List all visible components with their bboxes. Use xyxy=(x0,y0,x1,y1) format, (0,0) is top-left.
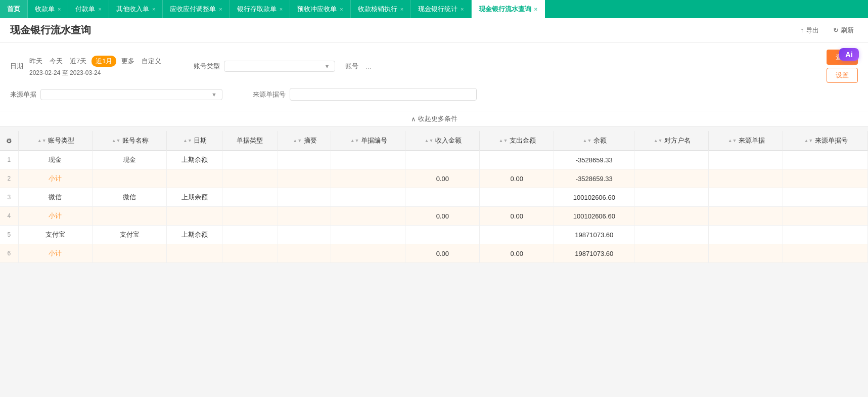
nav-tab-cash-bank-stats[interactable]: 现金银行统计 × xyxy=(411,0,471,18)
ai-label: Ai xyxy=(845,50,853,59)
nav-tab-receivable-adjust-close[interactable]: × xyxy=(219,6,222,12)
col-settings[interactable]: ⚙ xyxy=(0,131,18,151)
table-cell xyxy=(634,151,709,169)
date-opt-7days[interactable]: 近7天 xyxy=(68,56,88,67)
nav-tab-bank-deposit[interactable]: 银行存取款单 × xyxy=(230,0,290,18)
nav-tab-other-income-close[interactable]: × xyxy=(152,6,155,12)
refresh-button[interactable]: ↻ 刷新 xyxy=(829,24,858,37)
sort-icon-summary: ▲▼ xyxy=(293,139,302,143)
table-cell: 微信 xyxy=(93,188,167,207)
date-block: 昨天 今天 近7天 近1月 更多 自定义 2023-02-24 至 2023-0… xyxy=(27,56,163,77)
sort-icon-date: ▲▼ xyxy=(183,139,192,143)
col-date[interactable]: ▲▼ 日期 xyxy=(167,131,222,151)
table-cell xyxy=(222,207,278,226)
date-opt-yesterday[interactable]: 昨天 xyxy=(27,56,44,67)
table-cell xyxy=(405,226,480,244)
table-cell: 上期余额 xyxy=(167,151,222,169)
nav-tab-receipt-verify-label: 收款核销执行 xyxy=(358,5,397,14)
nav-tab-receivable-adjust-label: 应收应付调整单 xyxy=(170,5,216,14)
nav-tab-prepay-collect-close[interactable]: × xyxy=(340,6,343,12)
settings-button[interactable]: 设置 xyxy=(827,68,858,83)
col-source-doc-num[interactable]: ▲▼ 来源单据号 xyxy=(783,131,868,151)
ai-badge[interactable]: Ai xyxy=(839,48,859,61)
table-cell: 小计 xyxy=(18,169,93,188)
table-cell xyxy=(783,188,868,207)
account-more-button[interactable]: ... xyxy=(362,61,374,72)
col-doc-num[interactable]: ▲▼ 单据编号 xyxy=(331,131,405,151)
nav-tab-cash-bank-flow[interactable]: 现金银行流水查询 × xyxy=(472,0,545,18)
nav-tab-cash-bank-flow-close[interactable]: × xyxy=(534,6,537,12)
table-cell xyxy=(93,207,167,226)
nav-tab-receipt[interactable]: 收款单 × xyxy=(28,0,68,18)
date-opt-1month[interactable]: 近1月 xyxy=(92,56,116,67)
table-cell xyxy=(278,151,331,169)
table-cell: 100102606.60 xyxy=(554,207,634,226)
col-doc-type[interactable]: 单据类型 xyxy=(222,131,278,151)
table-row: 4小计0.000.00100102606.60 xyxy=(0,207,868,226)
account-type-filter-group: 账号类型 ▼ xyxy=(194,61,335,72)
source-doc-num-input[interactable] xyxy=(290,88,477,101)
nav-tab-receipt-close[interactable]: × xyxy=(58,6,61,12)
col-account-type[interactable]: ▲▼ 账号类型 xyxy=(18,131,93,151)
date-opt-custom[interactable]: 自定义 xyxy=(140,56,163,67)
table-cell xyxy=(278,188,331,207)
sort-icon-balance: ▲▼ xyxy=(583,139,592,143)
col-expense[interactable]: ▲▼ 支出金额 xyxy=(480,131,554,151)
export-button[interactable]: ↑ 导出 xyxy=(797,24,824,37)
date-opt-today[interactable]: 今天 xyxy=(48,56,65,67)
col-source-doc[interactable]: ▲▼ 来源单据 xyxy=(709,131,783,151)
table-cell: 100102606.60 xyxy=(554,188,634,207)
source-doc-select[interactable]: ▼ xyxy=(40,89,222,100)
nav-tab-payment[interactable]: 付款单 × xyxy=(68,0,109,18)
table-cell: 支付宝 xyxy=(18,226,93,244)
table-cell xyxy=(783,226,868,244)
col-income[interactable]: ▲▼ 收入金额 xyxy=(405,131,480,151)
col-balance[interactable]: ▲▼ 余额 xyxy=(554,131,634,151)
table-cell: 0.00 xyxy=(480,244,554,263)
account-type-select[interactable]: ▼ xyxy=(224,61,335,72)
table-cell xyxy=(480,188,554,207)
table-row: 1现金现金上期余额-3528659.33 xyxy=(0,151,868,169)
data-table: ⚙ ▲▼ 账号类型 ▲▼ 账号名称 ▲▼ 日期 单据类型 ▲▼ 摘要 xyxy=(0,131,868,263)
sort-icon-expense: ▲▼ xyxy=(499,139,508,143)
col-counterparty[interactable]: ▲▼ 对方户名 xyxy=(634,131,709,151)
nav-tab-cash-bank-stats-label: 现金银行统计 xyxy=(418,5,458,14)
collapse-bar[interactable]: ∧ 收起更多条件 xyxy=(0,111,868,127)
sort-icon-source-doc: ▲▼ xyxy=(728,139,737,143)
nav-tab-cash-bank-stats-close[interactable]: × xyxy=(461,6,464,12)
table-cell xyxy=(634,244,709,263)
table-cell: -3528659.33 xyxy=(554,151,634,169)
table-cell xyxy=(709,151,783,169)
table-cell: 0.00 xyxy=(405,169,480,188)
table-cell xyxy=(331,226,405,244)
date-opt-more[interactable]: 更多 xyxy=(119,56,136,67)
table-cell xyxy=(331,151,405,169)
table-cell: -3528659.33 xyxy=(554,169,634,188)
nav-tab-home[interactable]: 首页 xyxy=(0,0,28,18)
nav-tab-receipt-verify-close[interactable]: × xyxy=(400,6,403,12)
date-options: 昨天 今天 近7天 近1月 更多 自定义 xyxy=(27,56,163,67)
table-cell: 0.00 xyxy=(480,207,554,226)
table-cell xyxy=(709,169,783,188)
table-cell xyxy=(634,226,709,244)
page-header: 现金银行流水查询 ↑ 导出 ↻ 刷新 xyxy=(0,18,868,42)
account-type-chevron-icon: ▼ xyxy=(325,63,330,69)
nav-tab-payment-close[interactable]: × xyxy=(98,6,101,12)
source-doc-num-filter-group: 来源单据号 xyxy=(253,88,477,101)
nav-tab-receipt-verify[interactable]: 收款核销执行 × xyxy=(351,0,411,18)
table-cell xyxy=(709,244,783,263)
page-title: 现金银行流水查询 xyxy=(10,23,91,37)
nav-tab-receivable-adjust[interactable]: 应收应付调整单 × xyxy=(163,0,230,18)
table-cell xyxy=(278,169,331,188)
nav-tab-other-income-label: 其他收入单 xyxy=(116,5,149,14)
collapse-label: 收起更多条件 xyxy=(418,114,458,123)
nav-tab-home-label: 首页 xyxy=(7,5,20,14)
nav-tab-other-income[interactable]: 其他收入单 × xyxy=(109,0,163,18)
nav-tab-cash-bank-flow-label: 现金银行流水查询 xyxy=(479,5,531,14)
table-cell xyxy=(93,244,167,263)
nav-tab-bank-deposit-close[interactable]: × xyxy=(280,6,283,12)
col-account-name[interactable]: ▲▼ 账号名称 xyxy=(93,131,167,151)
col-summary[interactable]: ▲▼ 摘要 xyxy=(278,131,331,151)
nav-tab-prepay-collect[interactable]: 预收冲应收单 × xyxy=(290,0,350,18)
source-doc-filter-group: 来源单据 ▼ xyxy=(10,89,222,100)
